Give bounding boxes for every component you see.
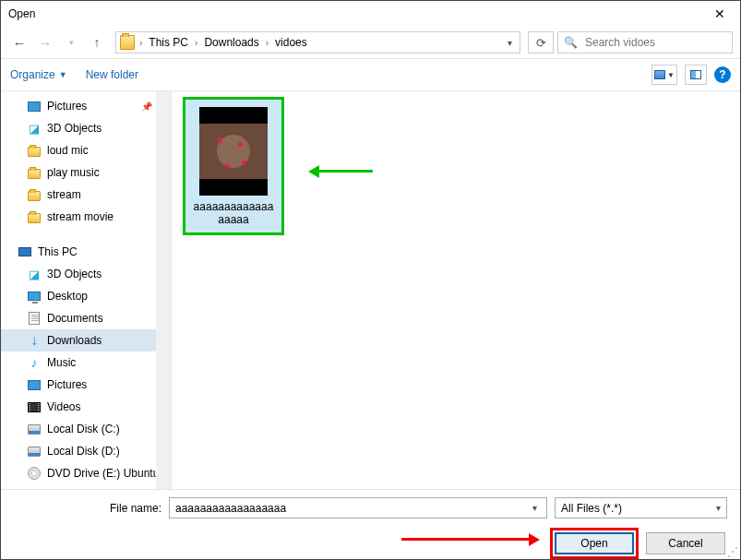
organize-label: Organize [10,68,55,81]
chevron-right-icon[interactable]: › [263,38,271,48]
search-box[interactable]: 🔍 [557,31,733,54]
tree-item-desktop[interactable]: Desktop [1,285,171,307]
tree-item-music[interactable]: ♪ Music [1,351,171,374]
view-options-button[interactable]: ▼ [651,65,677,85]
tree-item-stream-movie[interactable]: stream movie [1,206,171,228]
dialog-footer: File name: ▾ All Files (*.*) ▾ Open Canc… [1,489,740,559]
resize-grip[interactable]: ⋰ [727,546,738,557]
tree-item-loud-mic[interactable]: loud mic [1,139,171,161]
thumbnails-icon [654,70,665,79]
tree-item-disk-d[interactable]: Local Disk (D:) [1,440,171,462]
tree-item-pictures[interactable]: Pictures [1,374,171,396]
tree-item-label: Pictures [47,100,87,113]
refresh-button[interactable]: ⟳ [528,31,554,54]
tree-item-label: Videos [47,400,80,413]
disk-icon [27,422,42,436]
music-icon: ♪ [27,355,42,370]
tree-item-label: 3D Objects [47,122,102,135]
tree-item-label: play music [47,166,100,179]
tree-item-3d[interactable]: ◪ 3D Objects [1,263,171,285]
disk-icon [27,444,42,459]
dialog-body: Pictures 📌 ◪ 3D Objects loud mic play mu… [1,91,740,489]
chevron-right-icon[interactable]: › [137,38,145,48]
recent-locations-dropdown[interactable]: ▾ [60,31,82,54]
tree-item-label: loud mic [47,144,89,157]
back-button[interactable]: ← [8,31,30,54]
cancel-button[interactable]: Cancel [646,532,725,554]
pictures-icon [27,377,42,392]
pin-icon: 📌 [141,101,152,112]
tree-item-stream[interactable]: stream [1,184,171,206]
tree-item-3d-qa[interactable]: ◪ 3D Objects [1,117,171,139]
tree-item-downloads[interactable]: ↓ Downloads [1,329,171,351]
file-type-filter[interactable]: All Files (*.*) ▾ [555,497,727,518]
file-type-filter-label: All Files (*.*) [561,502,622,515]
chevron-down-icon[interactable]: ▾ [526,503,543,513]
tree-item-label: This PC [38,245,78,258]
tree-item-label: Local Disk (D:) [47,445,120,458]
annotation-arrow-red [401,533,540,546]
close-button[interactable]: ✕ [699,1,740,27]
tree-item-videos[interactable]: Videos [1,396,171,418]
search-input[interactable] [583,35,726,50]
window-title: Open [8,7,699,20]
file-item-selected[interactable]: aaaaaaaaaaaaaaaaaa [183,97,284,235]
new-folder-button[interactable]: New folder [86,68,138,81]
navigation-tree[interactable]: Pictures 📌 ◪ 3D Objects loud mic play mu… [1,91,172,489]
pictures-icon [27,99,42,113]
address-history-dropdown[interactable]: ▾ [504,38,516,48]
help-button[interactable]: ? [714,66,731,83]
chevron-down-icon: ▼ [667,71,675,79]
filename-label: File name: [14,502,161,515]
tree-item-label: Pictures [47,378,87,391]
tree-item-this-pc[interactable]: This PC [1,241,171,263]
documents-icon [27,311,42,326]
tree-item-label: Downloads [47,334,102,347]
preview-pane-icon [690,70,701,79]
navigation-bar: ← → ▾ ↑ › This PC › Downloads › vidoes ▾… [1,27,740,58]
organize-menu[interactable]: Organize ▼ [10,68,67,81]
file-item-label: aaaaaaaaaaaaaaaaaa [189,201,278,229]
folder-icon [27,209,42,224]
preview-pane-button[interactable] [685,65,707,85]
tree-item-pictures-qa[interactable]: Pictures 📌 [1,95,171,117]
video-thumbnail [199,107,268,196]
filename-input[interactable] [173,501,526,516]
breadcrumb-downloads[interactable]: Downloads [202,36,260,49]
chevron-right-icon[interactable]: › [192,38,200,48]
chevron-down-icon: ▼ [59,70,67,79]
tree-item-label: Local Disk (C:) [47,423,120,435]
tree-item-play-music[interactable]: play music [1,161,171,184]
forward-button[interactable]: → [34,31,56,54]
tree-item-dvd[interactable]: DVD Drive (E:) Ubuntu [1,462,171,484]
up-button[interactable]: ↑ [86,31,108,54]
tree-item-label: Music [47,356,76,369]
command-bar: Organize ▼ New folder ▼ ? [1,58,740,91]
downloads-icon: ↓ [27,333,42,348]
address-bar[interactable]: › This PC › Downloads › vidoes ▾ [115,31,520,54]
folder-icon [120,35,135,50]
chevron-down-icon[interactable]: ▾ [716,503,721,513]
tree-item-label: Desktop [47,290,88,303]
breadcrumb-current[interactable]: vidoes [273,36,309,49]
tree-item-disk-c[interactable]: Local Disk (C:) [1,418,171,440]
dvd-icon [27,466,42,481]
annotation-arrow-green [308,165,373,178]
search-icon: 🔍 [564,36,578,49]
file-list-area[interactable]: aaaaaaaaaaaaaaaaaa [172,91,740,489]
open-button[interactable]: Open [555,532,634,554]
breadcrumb-this-pc[interactable]: This PC [147,36,190,49]
tree-item-documents[interactable]: Documents [1,307,171,329]
tree-item-label: DVD Drive (E:) Ubuntu [47,467,159,480]
tree-item-label: 3D Objects [47,268,102,280]
folder-icon [27,143,42,158]
desktop-icon [27,289,42,304]
tree-item-label: stream [47,188,81,201]
title-bar: Open ✕ [1,1,740,27]
filename-combo[interactable]: ▾ [169,497,547,518]
folder-icon [27,165,42,180]
tree-scrollbar[interactable] [156,91,171,489]
3d-objects-icon: ◪ [27,267,42,281]
tree-item-label: Documents [47,312,103,325]
videos-icon [27,399,42,414]
